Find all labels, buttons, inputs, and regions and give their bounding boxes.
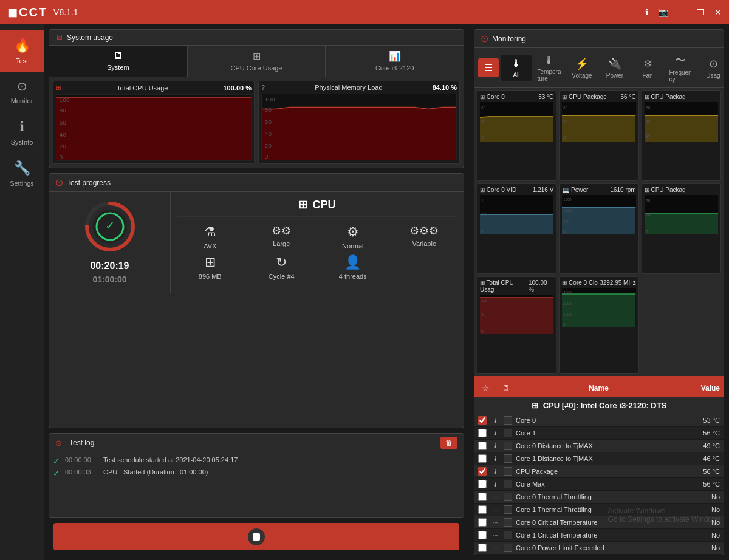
- test-progress-section: ⊙ Test progress ✓: [49, 173, 464, 428]
- svg-text:40: 40: [646, 119, 650, 125]
- size-label: 896 MB: [199, 273, 222, 280]
- table-star-button[interactable]: ☆: [478, 382, 493, 394]
- svg-text:1000: 1000: [564, 208, 572, 213]
- hamburger-menu[interactable]: ☰: [478, 58, 499, 77]
- row-checkbox-7[interactable]: [478, 505, 487, 514]
- svg-text:0: 0: [60, 154, 63, 160]
- tab-temperature[interactable]: 🌡 Temperature: [534, 52, 564, 84]
- size-icon: ⊞: [205, 254, 216, 270]
- frequency-icon: 〜: [675, 53, 686, 67]
- row-name-9: Core 1 Critical Temperature: [516, 531, 674, 539]
- test-log-section: ⊙ Test log 🗑 ✓ 00:00:00 Test schedule st…: [49, 433, 464, 518]
- tab-power[interactable]: 🔌 Power: [600, 55, 630, 81]
- svg-text:100: 100: [265, 96, 275, 102]
- sidebar: 🔥 Test ⊙ Monitor ℹ SysInfo 🔧 Settings: [0, 24, 44, 560]
- sidebar-item-test[interactable]: 🔥 Test: [0, 30, 44, 72]
- sidebar-item-settings[interactable]: 🔧 Settings: [0, 153, 44, 194]
- chart-cpu-package3: ⊞ CPU Packag 20 10 0: [642, 183, 721, 274]
- normal-label: Normal: [342, 242, 363, 250]
- table-title-icon: ⊞: [532, 401, 538, 410]
- row-graph-icon-2: [504, 442, 512, 450]
- row-checkbox-1[interactable]: [478, 429, 487, 437]
- row-checkbox-8[interactable]: [478, 518, 487, 527]
- tab-core-i3[interactable]: 📊 Core i3-2120: [326, 46, 464, 77]
- cycle-label: Cycle #4: [269, 273, 295, 280]
- tab-all-label: All: [513, 72, 519, 78]
- sidebar-label-settings: Settings: [10, 180, 34, 187]
- core0-value: 53 °C: [538, 94, 553, 100]
- minimize-icon[interactable]: —: [678, 7, 686, 17]
- row-graph-icon-5: [504, 480, 512, 488]
- power-icon: 🔌: [608, 57, 621, 70]
- row-checkbox-2[interactable]: [478, 442, 487, 450]
- camera-icon[interactable]: 📷: [658, 7, 668, 17]
- cpu-title-icon: ⊞: [298, 198, 307, 211]
- system-tab-icon: 🖥: [113, 50, 123, 61]
- tab-fan[interactable]: ❄ Fan: [632, 55, 663, 81]
- row-checkbox-3[interactable]: [478, 454, 487, 463]
- progress-left: ✓ 00:20:19 01:00:00: [49, 192, 171, 293]
- normal-icon: ⚙: [347, 224, 359, 240]
- core0-area: 60 40 20 0: [480, 102, 553, 142]
- svg-text:40: 40: [481, 119, 485, 125]
- svg-text:0: 0: [646, 229, 648, 234]
- mem-usage-area: 100 80 60 40 20 0: [261, 94, 457, 160]
- maximize-icon[interactable]: 🗖: [696, 7, 705, 17]
- row-graph-icon-7: [504, 505, 512, 514]
- svg-marker-29: [645, 115, 718, 142]
- svg-text:500: 500: [564, 219, 570, 224]
- test-progress-title: Test progress: [67, 179, 111, 187]
- svg-text:1000: 1000: [564, 312, 572, 317]
- tab-frequency[interactable]: 〜 Frequency: [665, 50, 696, 85]
- tab-power-label: Power: [606, 72, 623, 79]
- row-checkbox-10[interactable]: [478, 544, 487, 552]
- table-row-3: 🌡 Core 1 Distance to TjMAX 46 °C: [474, 452, 724, 465]
- wrench-icon: 🔧: [14, 160, 30, 176]
- row-dots-icon-10: ···: [490, 544, 500, 551]
- row-checkbox-5[interactable]: [478, 480, 487, 488]
- main-layout: 🔥 Test ⊙ Monitor ℹ SysInfo 🔧 Settings 🖥: [0, 24, 729, 560]
- row-checkbox-9[interactable]: [478, 531, 487, 539]
- temperature-icon: 🌡: [544, 54, 555, 67]
- tab-core-label: Core i3-2120: [375, 64, 414, 72]
- table-monitor-button[interactable]: 🖥: [498, 382, 514, 394]
- tab-system[interactable]: 🖥 System: [49, 46, 188, 77]
- svg-text:2000: 2000: [564, 301, 572, 306]
- table-title-text: CPU [#0]: Intel Core i3-2120: DTS: [543, 401, 667, 410]
- row-name-7: Core 1 Thermal Throttling: [516, 506, 674, 513]
- chart-core0-clk: ⊞ Core 0 Clo 3292.95 MHz 3000 2000 1000: [559, 276, 638, 374]
- param-cycle: ↻ Cycle #4: [248, 254, 315, 280]
- tab-all[interactable]: 🌡 All: [501, 55, 532, 81]
- svg-marker-0: [56, 98, 251, 160]
- close-icon[interactable]: ✕: [714, 7, 722, 17]
- total-cpu-label: ⊞ Total CPU Usag: [480, 279, 529, 293]
- table-row-5: 🌡 Core Max 56 °C: [474, 478, 724, 491]
- bottom-bar: [53, 523, 459, 550]
- tab-cpu-core[interactable]: ⊞ CPU Core Usage: [188, 46, 326, 77]
- log-entry-1: ✓ 00:00:03 CPU - Started (Duration : 01:…: [53, 468, 460, 478]
- tab-cpu-label: CPU Core Usage: [231, 64, 282, 72]
- row-checkbox-4[interactable]: [478, 467, 487, 476]
- svg-text:0: 0: [646, 136, 648, 142]
- param-avx: ⚗ AVX: [177, 224, 244, 250]
- app-version: V8.1.1: [53, 7, 78, 17]
- tab-voltage[interactable]: ⚡ Voltage: [567, 55, 597, 81]
- stop-button[interactable]: [248, 528, 265, 545]
- table-row-2: 🌡 Core 0 Distance to TjMAX 49 °C: [474, 440, 724, 452]
- tab-temperature-label: Temperature: [538, 69, 561, 82]
- row-dots-icon-7: ···: [490, 506, 500, 513]
- param-large: ⚙⚙ Large: [248, 224, 315, 250]
- sidebar-item-monitor[interactable]: ⊙ Monitor: [0, 72, 44, 112]
- log-check-1: ✓: [53, 468, 60, 478]
- row-checkbox-0[interactable]: [478, 416, 487, 425]
- fire-icon: 🔥: [14, 38, 30, 53]
- svg-text:0: 0: [481, 229, 483, 234]
- row-checkbox-6[interactable]: [478, 493, 487, 501]
- tab-usage[interactable]: ⊙ Usag: [698, 55, 724, 81]
- core-tab-icon: 📊: [389, 50, 401, 62]
- info-icon[interactable]: ℹ: [645, 7, 648, 17]
- log-clear-button[interactable]: 🗑: [440, 437, 457, 449]
- cpu-package-area: 60 40 20 0: [562, 102, 635, 142]
- row-val-1: 56 °C: [677, 429, 720, 437]
- sidebar-item-sysinfo[interactable]: ℹ SysInfo: [0, 112, 44, 153]
